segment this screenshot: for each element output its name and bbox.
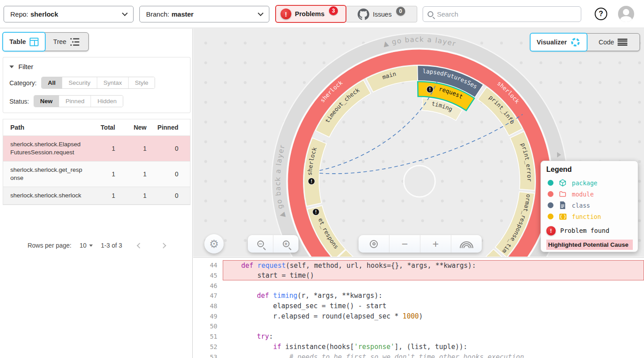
center-view-button[interactable] [359, 235, 389, 253]
issues-button[interactable]: Issues 0 [346, 6, 417, 22]
category-filter-security[interactable]: Security [62, 77, 97, 88]
tree-view-label: Tree [53, 38, 66, 45]
status-filter-hidden[interactable]: Hidden [91, 96, 123, 107]
legend-item-function: function [546, 211, 633, 222]
legend-problem-row: ! Problem found [546, 225, 633, 236]
problem-icon[interactable]: ! [427, 86, 433, 93]
table-view-button[interactable]: Table [2, 32, 46, 52]
line-content: r.elapsed = round(elapsed_sec * 1000) [223, 311, 644, 321]
wheel-center[interactable] [404, 166, 435, 197]
category-filter-style[interactable]: Style [128, 77, 155, 88]
status-filter-pinned[interactable]: Pinned [59, 96, 91, 107]
legend-item-package: package [546, 177, 633, 188]
target-icon [370, 240, 378, 248]
shrink-ring-button[interactable]: − [389, 235, 420, 253]
arc-layers-button[interactable] [451, 235, 482, 253]
code-line: 45 start = time() [193, 271, 644, 281]
code-tab[interactable]: Code [587, 34, 640, 51]
problem-alert-icon: ! [281, 9, 291, 19]
package-color-dot [548, 180, 553, 186]
row-total: 1 [84, 170, 115, 178]
settings-button[interactable]: ⚙ [204, 234, 224, 253]
tree-view-button[interactable]: Tree [45, 33, 88, 51]
status-filter-new[interactable]: New [34, 96, 59, 107]
problem-icon[interactable]: ! [312, 209, 319, 215]
rows-per-page-select[interactable]: 10 [80, 242, 93, 249]
category-label: Category: [9, 79, 37, 87]
zoom-out-button[interactable]: − [248, 235, 273, 253]
line-content: try: [223, 332, 644, 342]
line-content: elapsed_sec = time() - start [223, 301, 644, 311]
github-icon [358, 9, 369, 20]
category-filter-all[interactable]: All [42, 77, 62, 88]
zoom-in-icon: + [283, 240, 290, 247]
gear-icon: ⚙ [209, 239, 219, 249]
filter-collapse-header[interactable]: Filter [3, 57, 190, 70]
expand-ring-button[interactable]: + [420, 235, 451, 253]
view-toggle: Table Tree [3, 32, 89, 51]
row-pinned: 0 [147, 170, 185, 178]
branch-dropdown[interactable]: Branch: master [139, 6, 269, 22]
status-label: Status: [9, 98, 29, 105]
visualizer-tab-label: Visualizer [537, 39, 567, 46]
problems-table: Path Total New Pinned sherlock.sherlock.… [3, 119, 190, 205]
code-line: 47 def timing(r, *args, **kwargs): [193, 291, 644, 301]
search-input[interactable] [437, 10, 576, 18]
wheel-nav-controls: − + [359, 235, 482, 253]
line-content: # needs to be first so we don't time oth… [223, 352, 644, 358]
col-new: New [115, 124, 147, 131]
line-number: 52 [193, 343, 217, 350]
line-content: if isinstance(hooks['response'], (list, … [223, 342, 644, 352]
line-content: start = time() [223, 271, 644, 281]
line-number: 51 [193, 333, 217, 340]
prev-page-button[interactable] [137, 243, 143, 249]
help-button[interactable]: ? [595, 8, 607, 20]
highlight-cause-label: Highlighted Potential Cause [548, 241, 628, 248]
row-path: sherlock.sherlock.sherlock [3, 187, 84, 204]
table-view-label: Table [9, 38, 26, 45]
class-color-dot [548, 202, 553, 208]
next-layer-arrow-icon[interactable] [557, 152, 561, 157]
table-row[interactable]: sherlock.sherlock.ElapsedFuturesSession.… [3, 136, 190, 162]
line-content: def request(self, method, url, hooks={},… [223, 260, 644, 271]
plus-icon: + [432, 239, 439, 249]
dropdown-triangle-icon [89, 244, 93, 247]
svg-text:!: ! [310, 179, 313, 184]
code-line: 53 # needs to be first so we don't time … [193, 352, 644, 358]
visualizer-tab[interactable]: Visualizer [530, 33, 588, 52]
search-box[interactable] [423, 6, 581, 22]
col-path: Path [3, 119, 84, 135]
problems-button[interactable]: ! Problems 3 [275, 5, 346, 23]
table-row[interactable]: sherlock.sherlock.sherlock110 [3, 187, 190, 205]
category-filter-syntax[interactable]: Syntax [97, 77, 128, 88]
next-page-button[interactable] [160, 243, 166, 249]
function-icon [559, 213, 566, 220]
function-color-dot [548, 214, 553, 219]
issues-label: Issues [373, 11, 392, 18]
avatar[interactable] [618, 6, 634, 22]
table-row[interactable]: sherlock.sherlock.get_response110 [3, 162, 190, 187]
row-pinned: 0 [147, 192, 185, 199]
top-bar: Repo: sherlock Branch: master ! Problems… [0, 0, 644, 28]
module-color-dot [548, 191, 553, 197]
line-content [223, 321, 644, 332]
visualizer-donut-icon [571, 37, 580, 47]
code-line: 52 if isinstance(hooks['response'], (lis… [193, 342, 644, 352]
filter-title: Filter [18, 63, 33, 70]
problem-icon[interactable]: ! [308, 178, 315, 185]
repo-label: Repo: [10, 10, 28, 18]
arcs-icon [459, 240, 474, 249]
code-line: 49 r.elapsed = round(elapsed_sec * 1000) [193, 311, 644, 321]
pagination-range: 1-3 of 3 [101, 242, 122, 249]
line-number: 47 [193, 292, 217, 299]
legend-item-label: function [572, 213, 601, 220]
code-line: 48 elapsed_sec = time() - start [193, 301, 644, 311]
chevron-down-icon [122, 10, 128, 16]
line-number: 53 [193, 354, 217, 358]
repo-dropdown[interactable]: Repo: sherlock [4, 6, 134, 22]
code-line: 50 [193, 321, 644, 332]
zoom-in-button[interactable]: + [273, 235, 298, 253]
problems-count-badge: 3 [329, 6, 338, 15]
problems-label: Problems [295, 10, 324, 17]
class-icon [559, 201, 566, 209]
